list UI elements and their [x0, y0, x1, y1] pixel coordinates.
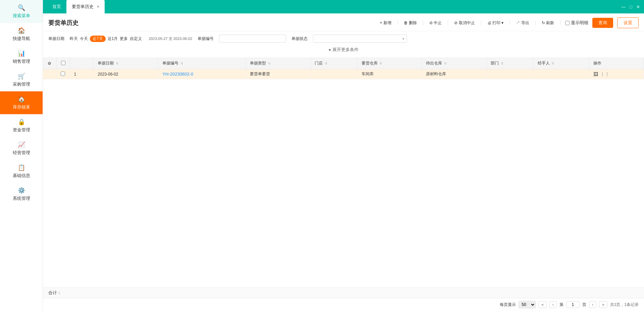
tab-active[interactable]: 要货单历史 × [66, 0, 105, 13]
print-button[interactable]: 🖨 打印 ▾ [486, 19, 505, 27]
main-area: 首页 要货单历史 × — □ ✕ 要货单历史 + 新增 🗑 删除 ⊘ 中止 ⊘ … [43, 0, 644, 311]
th-department[interactable]: 部门 ⇅ [487, 58, 533, 69]
row-checkbox[interactable] [61, 72, 65, 76]
sidebar-item-quick-nav[interactable]: 🏠 快捷导航 [0, 23, 43, 46]
last-page-button[interactable]: » [599, 301, 607, 308]
page-suffix: 页 [582, 302, 586, 308]
th-checkbox [56, 58, 70, 69]
td-doc-type: 要货单要货 [246, 69, 311, 79]
stop-button[interactable]: ⊘ 中止 [428, 19, 443, 27]
sidebar-item-sys-mgmt[interactable]: ⚙️ 系统管理 [0, 183, 43, 206]
purchase-icon: 🛒 [18, 73, 25, 80]
page-size-select[interactable]: 50 100 [519, 301, 536, 308]
sales-icon: 📊 [18, 50, 25, 57]
refresh-button[interactable]: ↻ 刷新 [540, 19, 555, 27]
status-select[interactable] [313, 35, 407, 43]
th-doc-no[interactable]: 单据编号 ⇅ [158, 58, 246, 69]
status-label: 单据状态 [291, 36, 308, 42]
show-detail-input[interactable] [565, 21, 570, 25]
delete-button[interactable]: 🗑 删除 [402, 19, 418, 27]
sidebar-item-label: 快捷导航 [13, 36, 30, 42]
expand-icon: ▾ [329, 47, 331, 52]
th-req-warehouse[interactable]: 要货仓库 ⇅ [357, 58, 422, 69]
sidebar: 🔍 搜索菜单 🏠 快捷导航 📊 销售管理 🛒 采购管理 🏠 库存核算 🔒 资金管… [0, 0, 43, 311]
query-button[interactable]: 查询 [592, 18, 613, 28]
shortcut-custom[interactable]: 自定义 [130, 36, 142, 42]
header-actions: + 新增 🗑 删除 ⊘ 中止 ⊘ 取消中止 🖨 打印 ▾ ↗ 导出 ↻ 刷新 显… [378, 17, 639, 28]
td-settings [43, 69, 56, 79]
divider [448, 20, 448, 25]
shortcut-yesterday[interactable]: 昨天 [70, 36, 78, 42]
shortcut-7days[interactable]: 近7天 [90, 36, 106, 42]
inventory-icon: 🏠 [18, 95, 25, 103]
td-handler [533, 69, 589, 79]
shortcut-1month[interactable]: 近1月 [108, 36, 118, 42]
expand-label: 展开更多条件 [332, 47, 359, 53]
doc-no-input[interactable] [219, 35, 286, 43]
first-page-button[interactable]: « [538, 301, 547, 308]
show-detail-checkbox[interactable]: 显示明细 [565, 20, 588, 26]
divider [535, 20, 536, 25]
sys-icon: ⚙️ [18, 187, 25, 194]
sidebar-item-purchase-mgmt[interactable]: 🛒 采购管理 [0, 69, 43, 91]
content: 要货单历史 + 新增 🗑 删除 ⊘ 中止 ⊘ 取消中止 🖨 打印 ▾ ↗ 导出 … [43, 13, 644, 311]
th-seq [70, 58, 94, 69]
sidebar-item-basic-info[interactable]: 📋 基础信息 [0, 160, 43, 183]
sidebar-item-sales-mgmt[interactable]: 📊 销售管理 [0, 46, 43, 69]
next-page-button[interactable]: › [589, 301, 596, 308]
expand-more-btn[interactable]: ▾ 展开更多条件 [48, 45, 639, 54]
row-view-button[interactable]: 🖼 [593, 72, 598, 77]
doc-no-link[interactable]: YH-20230602-0 [162, 72, 193, 77]
th-operation: 操作 [589, 58, 644, 69]
page-title: 要货单历史 [48, 19, 78, 27]
window-max-button[interactable]: □ [630, 4, 632, 9]
table-area: ⚙ 单据日期 ⇅ 单据编号 ⇅ 单据类型 ⇅ 门店 ⇅ 要货仓库 ⇅ 待出仓库 … [43, 58, 644, 287]
per-page-label: 每页显示 [500, 302, 516, 308]
sidebar-item-ops-mgmt[interactable]: 📈 经营管理 [0, 137, 43, 160]
sidebar-item-search-menu[interactable]: 🔍 搜索菜单 [0, 0, 43, 23]
sidebar-item-label: 基础信息 [13, 173, 30, 179]
shortcut-more[interactable]: 更多 [120, 36, 128, 42]
td-date: 2023-06-02 [94, 69, 158, 79]
th-store[interactable]: 门店 ⇅ [311, 58, 357, 69]
th-pending-warehouse[interactable]: 待出仓库 ⇅ [422, 58, 487, 69]
pagination: 每页显示 50 100 « ‹ 第 页 › » 共1页，1条记录 [43, 298, 644, 311]
sidebar-item-label: 资金管理 [13, 127, 30, 133]
shortcut-today[interactable]: 今天 [80, 36, 88, 42]
sidebar-item-finance-mgmt[interactable]: 🔒 资金管理 [0, 114, 43, 137]
page-label: 第 [559, 302, 564, 308]
cancel-stop-button[interactable]: ⊘ 取消中止 [453, 19, 476, 27]
divider [481, 20, 481, 25]
export-button[interactable]: ↗ 导出 [515, 19, 530, 27]
prev-page-button[interactable]: ‹ [549, 301, 557, 308]
show-detail-label: 显示明细 [571, 20, 588, 26]
table-footer: 合计： [43, 287, 644, 298]
window-close-button[interactable]: ✕ [636, 4, 640, 9]
tab-home[interactable]: 首页 [47, 0, 66, 13]
finance-icon: 🔒 [18, 118, 25, 126]
th-date[interactable]: 单据日期 ⇅ [94, 58, 158, 69]
sidebar-item-inventory[interactable]: 🏠 库存核算 [0, 91, 43, 114]
tab-home-label: 首页 [52, 4, 61, 10]
td-doc-no: YH-20230602-0 [158, 69, 246, 79]
divider [423, 20, 423, 25]
settings-button[interactable]: 设置 [617, 17, 639, 28]
td-store [311, 69, 357, 79]
td-operation: 🖼 ⋮⋮ [589, 69, 644, 79]
total-info: 共1页，1条记录 [610, 302, 639, 308]
th-settings[interactable]: ⚙ [43, 58, 56, 69]
search-menu-icon: 🔍 [18, 4, 25, 11]
row-more-button[interactable]: ⋮⋮ [600, 72, 609, 77]
th-doc-type[interactable]: 单据类型 ⇅ [246, 58, 311, 69]
new-button[interactable]: + 新增 [378, 19, 392, 27]
page-input[interactable] [566, 301, 580, 308]
tab-close-icon[interactable]: × [97, 4, 99, 9]
sidebar-item-label: 搜索菜单 [13, 13, 30, 19]
sidebar-item-label: 采购管理 [13, 81, 30, 87]
td-pending-warehouse: 原材料仓库 [422, 69, 487, 79]
window-min-button[interactable]: — [621, 4, 626, 9]
table-header-row: ⚙ 单据日期 ⇅ 单据编号 ⇅ 单据类型 ⇅ 门店 ⇅ 要货仓库 ⇅ 待出仓库 … [43, 58, 644, 69]
select-all-checkbox[interactable] [61, 61, 65, 65]
th-handler[interactable]: 经手人 ⇅ [533, 58, 589, 69]
ops-icon: 📈 [18, 141, 25, 148]
